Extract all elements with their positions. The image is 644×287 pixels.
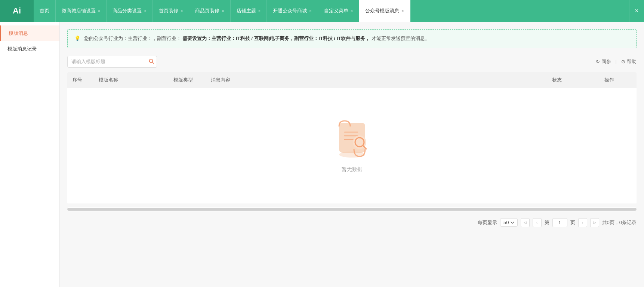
nav-tab-product-decoration[interactable]: 商品页装修 × bbox=[189, 0, 230, 22]
page-input[interactable] bbox=[552, 218, 567, 227]
first-page-button[interactable]: ⊲ bbox=[521, 218, 530, 227]
top-nav: Ai 首页 微商城店铺设置 × 商品分类设置 × 首页装修 × 商品页装修 × … bbox=[0, 0, 644, 22]
empty-state: 暂无数据 bbox=[73, 93, 631, 199]
main-layout: 模版消息 模版消息记录 💡 您的公众号行业为：主营行业：，副营行业： 需要设置为… bbox=[0, 22, 644, 287]
nav-tab-homepage-decoration[interactable]: 首页装修 × bbox=[153, 0, 189, 22]
page-size-select[interactable]: 50 bbox=[500, 218, 517, 227]
notice-box: 💡 您的公众号行业为：主营行业：，副营行业： 需要设置为：主营行业：IT科技 /… bbox=[67, 29, 637, 48]
search-input-wrap bbox=[67, 56, 157, 68]
app-logo: Ai bbox=[0, 0, 34, 22]
empty-text: 暂无数据 bbox=[80, 166, 624, 173]
nav-tab-custom-menu[interactable]: 自定义菜单 × bbox=[318, 0, 359, 22]
table-header-status: 状态 bbox=[547, 72, 599, 88]
search-actions: ↻ 同步 | ⊙ 帮助 bbox=[596, 58, 637, 65]
table-header-action: 操作 bbox=[599, 72, 637, 88]
search-bar: ↻ 同步 | ⊙ 帮助 bbox=[67, 56, 637, 68]
close-icon[interactable]: × bbox=[144, 9, 146, 13]
svg-line-1 bbox=[152, 62, 154, 64]
close-icon[interactable]: × bbox=[181, 9, 183, 13]
data-table: 序号 模版名称 模版类型 消息内容 状态 操作 bbox=[67, 72, 637, 204]
table-header-seq: 序号 bbox=[67, 72, 93, 88]
table-header-name: 模版名称 bbox=[93, 72, 168, 88]
sync-icon: ↻ bbox=[596, 59, 600, 64]
close-all-button[interactable]: × bbox=[629, 0, 644, 22]
close-icon[interactable]: × bbox=[258, 9, 261, 13]
close-icon[interactable]: × bbox=[309, 9, 311, 13]
sync-button[interactable]: ↻ 同步 bbox=[596, 58, 611, 65]
nav-tab-open-mall[interactable]: 开通公众号商城 × bbox=[267, 0, 318, 22]
nav-tab-template-msg[interactable]: 公众号模版消息 × bbox=[359, 0, 410, 22]
close-icon[interactable]: × bbox=[222, 9, 224, 13]
divider: | bbox=[616, 59, 617, 64]
total-text: 共0页，0条记录 bbox=[602, 219, 637, 226]
sidebar: 模版消息 模版消息记录 bbox=[0, 22, 60, 287]
close-icon[interactable]: × bbox=[351, 9, 353, 13]
search-input[interactable] bbox=[67, 56, 157, 68]
help-button[interactable]: ⊙ 帮助 bbox=[621, 58, 637, 65]
nav-tab-category-settings[interactable]: 商品分类设置 × bbox=[107, 0, 152, 22]
close-icon[interactable]: × bbox=[401, 9, 404, 13]
close-icon[interactable]: × bbox=[98, 9, 100, 13]
help-icon: ⊙ bbox=[621, 59, 625, 64]
content-area: 💡 您的公众号行业为：主营行业：，副营行业： 需要设置为：主营行业：IT科技 /… bbox=[60, 22, 644, 287]
per-page-label: 每页显示 bbox=[478, 219, 497, 226]
table-header-content: 消息内容 bbox=[206, 72, 547, 88]
table-header-type: 模版类型 bbox=[168, 72, 206, 88]
pagination: 每页显示 50 ⊲ ‹ 第 页 › ⊳ 共0页，0条记录 bbox=[67, 214, 637, 231]
nav-tab-shop-settings[interactable]: 微商城店铺设置 × bbox=[56, 0, 107, 22]
empty-state-cell: 暂无数据 bbox=[67, 88, 637, 204]
nav-tab-home[interactable]: 首页 bbox=[34, 0, 56, 22]
nav-tabs: 首页 微商城店铺设置 × 商品分类设置 × 首页装修 × 商品页装修 × 店铺主… bbox=[34, 0, 629, 22]
chevron-down-icon bbox=[511, 222, 514, 224]
nav-tab-shop-theme[interactable]: 店铺主题 × bbox=[231, 0, 267, 22]
bulb-icon: 💡 bbox=[74, 36, 80, 41]
next-page-button[interactable]: › bbox=[578, 218, 587, 227]
horizontal-scrollbar[interactable] bbox=[67, 207, 637, 211]
page-label: 页 bbox=[570, 219, 575, 226]
page-prefix: 第 bbox=[545, 219, 549, 226]
empty-illustration bbox=[80, 115, 624, 160]
sidebar-item-template-msg[interactable]: 模版消息 bbox=[0, 25, 59, 41]
sidebar-item-template-msg-log[interactable]: 模版消息记录 bbox=[0, 41, 59, 57]
scrollbar-track bbox=[67, 208, 637, 211]
search-button[interactable] bbox=[149, 58, 154, 65]
last-page-button[interactable]: ⊳ bbox=[590, 218, 599, 227]
prev-page-button[interactable]: ‹ bbox=[533, 218, 542, 227]
